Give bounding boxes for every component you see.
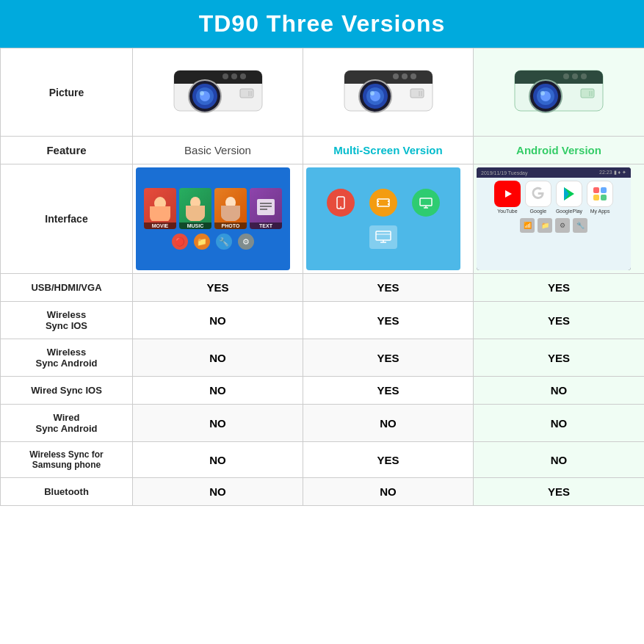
svg-rect-44 [150, 206, 170, 217]
interface-basic-screen: MOVIE MUSIC [136, 167, 290, 270]
app-googleplay: GooglePlay [556, 181, 582, 214]
picture-basic [133, 48, 303, 137]
svg-point-7 [200, 91, 204, 95]
interface-label: Interface [1, 164, 133, 274]
text-card: TEXT [250, 188, 282, 229]
wandroid-basic: NO [133, 339, 303, 377]
wiredios-basic: NO [133, 377, 303, 405]
text-thumb [250, 192, 282, 222]
basic-icon-3: 🔧 [216, 234, 232, 250]
svg-point-56 [340, 206, 341, 208]
svg-point-10 [240, 73, 246, 79]
bluetooth-android: YES [474, 478, 645, 506]
youtube-label: YouTube [497, 209, 518, 214]
wandroid-android: YES [474, 339, 645, 377]
bluetooth-label: Bluetooth [1, 478, 133, 506]
wiredios-android: NO [474, 377, 645, 405]
music-label: MUSIC [179, 222, 211, 229]
picture-label: Picture [1, 48, 133, 137]
model-basic: Basic Version [133, 137, 303, 164]
interface-android-screen: 2019/11/19 Tuesday 22:23 ▮ ♦ ✦ YouTube [477, 167, 631, 270]
usb-row: USB/HDMI/VGA YES YES YES [1, 274, 645, 302]
interface-row: Interface [1, 164, 645, 274]
wireless-ios-row: WirelessSync IOS NO YES YES [1, 302, 645, 339]
android-settings-icon: 🔧 [573, 218, 587, 233]
header-title: TD90 Three Versions [199, 10, 446, 37]
samsung-multi: YES [303, 442, 474, 478]
svg-rect-73 [593, 187, 599, 193]
interface-basic-cell: MOVIE MUSIC [133, 164, 303, 274]
multi-phone-icon [327, 189, 355, 217]
table-wrapper: Picture [0, 48, 644, 644]
svg-point-37 [572, 73, 578, 79]
google-label: Google [530, 209, 547, 214]
interface-multi-cell [303, 164, 474, 274]
photo-card: PHOTO [214, 188, 247, 229]
svg-rect-47 [186, 206, 205, 214]
model-name-label: Feature [1, 137, 133, 164]
svg-point-23 [402, 73, 408, 79]
svg-point-22 [393, 73, 399, 79]
picture-android [474, 48, 645, 137]
multi-film-icon [369, 189, 397, 217]
svg-rect-61 [388, 203, 389, 205]
interface-multi-screen [306, 167, 460, 270]
projector-android-img [507, 56, 610, 126]
usb-basic: YES [133, 274, 303, 302]
google-icon [525, 181, 551, 207]
picture-multi [303, 48, 474, 137]
android-time: 22:23 ▮ ♦ ✦ [599, 170, 626, 176]
wandroid-multi: YES [303, 339, 474, 377]
movie-card: MOVIE [144, 188, 176, 229]
wired-android-row: WiredSync Android NO NO NO [1, 405, 645, 442]
svg-rect-76 [601, 195, 607, 200]
photo-label: PHOTO [214, 222, 247, 229]
myapps-label: My Apps [590, 209, 610, 214]
svg-point-21 [370, 91, 375, 95]
basic-icon-2: 📁 [194, 234, 210, 250]
model-multi: Multi-Screen Version [303, 137, 474, 164]
svg-rect-2 [174, 78, 262, 84]
svg-point-35 [540, 91, 545, 95]
wandroid-label: WirelessSync Android [1, 339, 133, 377]
wios-multi: YES [303, 302, 474, 339]
photo-thumb [214, 192, 247, 222]
svg-rect-30 [515, 78, 603, 84]
svg-rect-75 [593, 195, 599, 200]
svg-rect-51 [257, 199, 275, 215]
youtube-icon [494, 181, 521, 207]
svg-point-24 [410, 73, 416, 79]
picture-row: Picture [1, 48, 645, 137]
wireless-android-row: WirelessSync Android NO YES YES [1, 339, 645, 377]
wios-android: YES [474, 302, 645, 339]
svg-point-8 [222, 73, 228, 79]
svg-rect-59 [377, 203, 379, 205]
android-files-icon: 📁 [538, 218, 552, 233]
svg-rect-74 [601, 187, 607, 193]
android-date: 2019/11/19 Tuesday [481, 170, 527, 176]
svg-rect-50 [221, 206, 240, 214]
svg-rect-16 [344, 78, 433, 84]
android-wifi-icon: 📶 [520, 218, 535, 233]
media-cards-row: MOVIE MUSIC [144, 188, 282, 229]
multi-monitor-icon [412, 189, 440, 217]
model-name-row: Feature Basic Version Multi-Screen Versi… [1, 137, 645, 164]
bluetooth-basic: NO [133, 478, 303, 506]
basic-icon-1: 🔴 [172, 234, 188, 250]
movie-thumb [144, 192, 176, 222]
interface-android-cell: 2019/11/19 Tuesday 22:23 ▮ ♦ ✦ YouTube [474, 164, 645, 274]
android-advance-icon: ⚙ [555, 218, 570, 233]
movie-label: MOVIE [144, 222, 176, 229]
app-google: Google [525, 181, 551, 214]
samsung-android: NO [474, 442, 645, 478]
comparison-table: Picture [0, 48, 644, 506]
wiredandroid-label: WiredSync Android [1, 405, 133, 442]
basic-bottom-icons: 🔴 📁 🔧 ⚙ [172, 234, 254, 250]
usb-android: YES [474, 274, 645, 302]
usb-label: USB/HDMI/VGA [1, 274, 133, 302]
svg-rect-57 [377, 199, 389, 206]
svg-rect-58 [377, 200, 379, 202]
text-label: TEXT [250, 222, 282, 229]
music-card: MUSIC [179, 188, 211, 229]
wiredandroid-multi: NO [303, 405, 474, 442]
